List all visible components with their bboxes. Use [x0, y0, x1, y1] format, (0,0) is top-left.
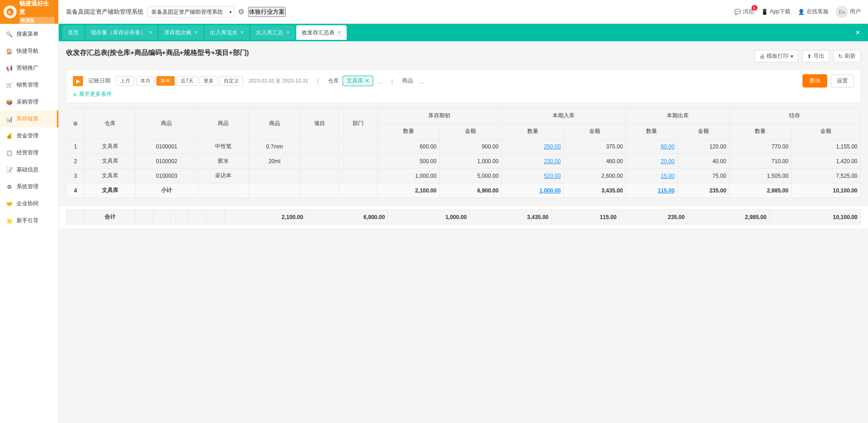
date-range-display: 2023-01-01 至 2023-12-31 — [249, 77, 308, 84]
cell-balance-qty: 1,505.00 — [729, 169, 791, 183]
tab-summary[interactable]: 出入库汇总 ✕ — [250, 25, 295, 40]
cell-goods-spec — [249, 169, 300, 183]
sidebar-item-label: 搜索菜单 — [17, 30, 39, 38]
cell-in-amt: 375.00 — [564, 139, 625, 154]
logo-icon: 6 — [4, 5, 17, 18]
date-btn-custom[interactable]: 自定义 — [220, 76, 243, 86]
tab-label: 现存量（库存分布表） — [91, 29, 146, 37]
date-btn-7days[interactable]: 近7天 — [177, 76, 198, 86]
user-profile-btn[interactable]: Ea 用户 — [836, 6, 861, 18]
sidebar-item-search[interactable]: 🔍 搜索菜单 — [0, 26, 58, 43]
sidebar-item-inventory[interactable]: 📊 库存核算 — [0, 110, 58, 127]
cell-in-qty[interactable]: 230.00 — [502, 154, 564, 169]
sidebar-item-operations[interactable]: 📋 经营管理 — [0, 144, 58, 161]
total-opening-amt: 6,900.00 — [306, 210, 388, 225]
warehouse-filter: 仓库 文具库 ✕ ... — [328, 76, 382, 86]
message-btn[interactable]: 💬 消息 6 — [734, 8, 754, 16]
subtotal-in-qty[interactable]: 1,000.00 — [502, 183, 564, 198]
system-selector[interactable]: 装备及固定资产辅助管理系统 — [147, 6, 234, 17]
sidebar: 6 畅捷通好生意 标准版 🔍 搜索菜单 🏠 快捷导航 📢 营销推广 🛒 销售管理… — [0, 0, 59, 423]
tab-receive-send[interactable]: 收发存汇总表 ✕ — [296, 25, 347, 40]
th-warehouse: 仓库 — [85, 108, 136, 139]
sidebar-item-label: 新手引导 — [17, 217, 39, 225]
date-btn-this-month[interactable]: 本月 — [136, 76, 155, 86]
cell-in-qty[interactable]: 250.00 — [502, 139, 564, 154]
cell-out-amt: 120.00 — [678, 139, 730, 154]
cell-warehouse: 文具库 — [85, 169, 136, 183]
template-print-button[interactable]: 🖨 模板打印 ▾ — [754, 50, 798, 62]
settings-icon[interactable]: ⚙ — [238, 7, 244, 16]
sidebar-item-basic[interactable]: 📝 基础信息 — [0, 161, 58, 178]
page-inner: 收发存汇总表(按仓库+商品编码+商品+规格型号+项目+部门) 🖨 模板打印 ▾ … — [59, 41, 868, 205]
sidebar-logo: 6 畅捷通好生意 标准版 — [0, 0, 58, 24]
tab-flow[interactable]: 出入库流水 ✕ — [205, 25, 249, 40]
cell-warehouse: 文具库 — [85, 139, 136, 154]
cell-balance-qty: 710.00 — [729, 154, 791, 169]
sidebar-item-enterprise[interactable]: 🤝 企业协同 — [0, 195, 58, 212]
tab-home-label: 首页 — [68, 29, 79, 37]
sidebar-item-finance[interactable]: 💰 资金管理 — [0, 127, 58, 144]
sidebar-item-sales[interactable]: 🛒 销售管理 — [0, 77, 58, 93]
experience-button[interactable]: 体验行业方案 — [248, 7, 286, 17]
bottom-bar: 合计 2,100.00 6,900.00 1,000.00 3,435.00 1… — [59, 205, 868, 228]
home-icon: 🏠 — [6, 48, 13, 55]
export-button[interactable]: ⬆ 导出 — [802, 50, 829, 62]
tab-close-icon[interactable]: ✕ — [337, 30, 341, 35]
main-area: 装备及固定资产辅助管理系统 装备及固定资产辅助管理系统 ⚙ 体验行业方案 💬 消… — [59, 0, 868, 423]
tab-close-icon[interactable]: ✕ — [149, 30, 152, 35]
total-opening-qty: 2,100.00 — [224, 210, 306, 225]
data-table: ⚙ 仓库 商品 商品 商品 项目 部门 库存期初 本期入库 本期出库 结存 — [66, 108, 861, 198]
settings-button[interactable]: 设置 — [831, 74, 854, 88]
tab-batch[interactable]: 库存批次账 ✕ — [159, 25, 204, 40]
th-project: 项目 — [300, 108, 339, 139]
marketing-icon: 📢 — [6, 65, 13, 72]
header-left: 装备及固定资产辅助管理系统 装备及固定资产辅助管理系统 ⚙ 体验行业方案 — [66, 6, 286, 17]
th-balance: 结存 — [729, 108, 860, 124]
online-service-btn[interactable]: 👤 在线客服 — [798, 8, 829, 16]
tab-label: 库存批次账 — [164, 29, 192, 37]
sidebar-item-marketing[interactable]: 📢 营销推广 — [0, 60, 58, 77]
cell-goods-code: 0100002 — [136, 154, 198, 169]
sidebar-item-quick-nav[interactable]: 🏠 快捷导航 — [0, 43, 58, 60]
table-row: 2 文具库 0100002 胶水 20ml 500.00 1,000.00 23… — [66, 154, 861, 169]
header-right: 💬 消息 6 📱 App下载 👤 在线客服 Ea 用户 — [734, 6, 861, 18]
sidebar-item-label: 基础信息 — [17, 166, 39, 174]
tab-bar: 首页 现存量（库存分布表） ✕ 库存批次账 ✕ 出入库流水 ✕ 出入库汇总 ✕ … — [59, 24, 868, 41]
basic-icon: 📝 — [6, 166, 13, 174]
date-btn-this-year[interactable]: 本年 — [156, 76, 175, 86]
subtotal-seq: 4 — [66, 183, 85, 198]
total-empty1 — [135, 210, 153, 225]
filter-toggle[interactable]: ▶ — [73, 76, 83, 86]
th-opening-amt: 金额 — [439, 124, 501, 139]
sidebar-item-purchase[interactable]: 📦 采购管理 — [0, 93, 58, 110]
sidebar-item-system[interactable]: ⚙ 系统管理 — [0, 178, 58, 195]
phone-icon: 📱 — [761, 9, 768, 15]
cell-goods-spec: 0.7mm — [249, 139, 300, 154]
cell-goods-code: 0100001 — [136, 139, 198, 154]
date-btn-more[interactable]: 更多 — [199, 76, 218, 86]
app-download-btn[interactable]: 📱 App下载 — [761, 8, 791, 16]
cell-out-qty[interactable]: 80.00 — [626, 139, 678, 154]
tab-close-icon[interactable]: ✕ — [286, 30, 290, 35]
warehouse-more-dots[interactable]: ... — [377, 77, 382, 85]
expand-more-btn[interactable]: ∨ 展开更多条件 — [73, 90, 854, 98]
tab-bar-close-icon[interactable]: ✕ — [851, 29, 864, 36]
sidebar-item-newbie[interactable]: 🌟 新手引导 — [0, 212, 58, 229]
tab-home[interactable]: 首页 — [62, 25, 84, 40]
tab-close-icon[interactable]: ✕ — [194, 30, 198, 35]
refresh-button[interactable]: ↻ 刷新 — [833, 50, 861, 62]
query-button[interactable]: 查询 — [802, 74, 827, 88]
enterprise-icon: 🤝 — [6, 200, 13, 208]
total-table: 合计 2,100.00 6,900.00 1,000.00 3,435.00 1… — [66, 209, 861, 225]
tab-close-icon[interactable]: ✕ — [240, 30, 244, 35]
tab-stock-dist[interactable]: 现存量（库存分布表） ✕ — [85, 25, 158, 40]
goods-more-dots[interactable]: ... — [419, 77, 424, 85]
th-gear: ⚙ — [66, 108, 85, 139]
subtotal-out-qty[interactable]: 115.00 — [626, 183, 678, 198]
warehouse-remove-icon[interactable]: ✕ — [365, 78, 369, 84]
cell-out-qty[interactable]: 20.00 — [626, 154, 678, 169]
cell-out-qty[interactable]: 15.00 — [626, 169, 678, 183]
cell-in-qty[interactable]: 520.00 — [502, 169, 564, 183]
cell-goods-code: 0100003 — [136, 169, 198, 183]
date-btn-last-month[interactable]: 上月 — [116, 76, 134, 86]
